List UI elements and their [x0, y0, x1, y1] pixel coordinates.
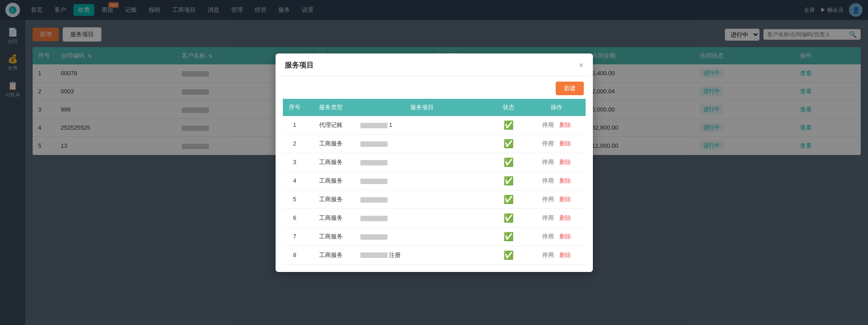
- modal-cell-item: 注册: [355, 246, 490, 264]
- modal-cell-seq: 7: [283, 227, 307, 246]
- status-check-icon: ✅: [504, 251, 514, 260]
- modal-table-row: 7 工商服务 ✅ 停用 删除: [283, 227, 586, 246]
- modal-cell-item: [355, 190, 490, 209]
- modal-cell-action: 停用 删除: [528, 153, 585, 171]
- stop-button[interactable]: 停用: [542, 140, 554, 147]
- delete-button[interactable]: 删除: [559, 233, 571, 240]
- modal-cell-action: 停用 删除: [528, 190, 585, 209]
- modal-cell-type: 工商服务: [307, 153, 355, 171]
- modal-cell-seq: 1: [283, 116, 307, 135]
- modal-table-row: 3 工商服务 ✅ 停用 删除: [283, 153, 586, 171]
- modal-table-row: 6 工商服务 ✅ 停用 删除: [283, 209, 586, 227]
- modal-cell-item: [355, 153, 490, 171]
- modal-col-seq: 序号: [283, 99, 307, 116]
- modal-cell-item: [355, 209, 490, 227]
- modal-new-button[interactable]: 新建: [556, 82, 584, 95]
- modal-cell-seq: 8: [283, 246, 307, 264]
- modal-toolbar: 新建: [276, 76, 593, 99]
- item-blurred: [360, 160, 388, 165]
- item-blurred: [360, 141, 388, 147]
- modal-cell-item: 1: [355, 116, 490, 135]
- modal-cell-seq: 2: [283, 134, 307, 153]
- modal-cell-type: 工商服务: [307, 171, 355, 190]
- modal-cell-action: 停用 删除: [528, 246, 585, 264]
- modal-cell-action: 停用 删除: [528, 227, 585, 246]
- modal-cell-type: 代理记账: [307, 116, 355, 135]
- modal-close-button[interactable]: ×: [579, 61, 584, 70]
- status-check-icon: ✅: [504, 195, 514, 204]
- item-text: 注册: [360, 252, 401, 258]
- modal-col-item: 服务项目: [355, 99, 490, 116]
- modal-cell-status: ✅: [489, 246, 528, 264]
- delete-button[interactable]: 删除: [559, 121, 571, 128]
- modal-cell-seq: 6: [283, 209, 307, 227]
- status-check-icon: ✅: [504, 213, 514, 223]
- modal-cell-type: 工商服务: [307, 246, 355, 264]
- modal-col-status: 状态: [489, 99, 528, 116]
- modal-header: 服务项目 ×: [276, 53, 593, 76]
- stop-button[interactable]: 停用: [542, 196, 554, 203]
- modal-cell-item: [355, 227, 490, 246]
- delete-button[interactable]: 删除: [559, 140, 571, 147]
- delete-button[interactable]: 删除: [559, 214, 571, 221]
- stop-button[interactable]: 停用: [542, 252, 554, 258]
- modal-cell-type: 工商服务: [307, 227, 355, 246]
- modal-col-type: 服务类型: [307, 99, 355, 116]
- modal-table-row: 2 工商服务 ✅ 停用 删除: [283, 134, 586, 153]
- modal-cell-seq: 5: [283, 190, 307, 209]
- delete-button[interactable]: 删除: [559, 177, 571, 184]
- modal-table-row: 8 工商服务 注册 ✅ 停用 删除: [283, 246, 586, 264]
- modal-table-row: 1 代理记账 1 ✅ 停用 删除: [283, 116, 586, 135]
- modal-cell-seq: 3: [283, 153, 307, 171]
- modal-cell-status: ✅: [489, 227, 528, 246]
- modal-cell-type: 工商服务: [307, 209, 355, 227]
- modal-cell-status: ✅: [489, 153, 528, 171]
- stop-button[interactable]: 停用: [542, 177, 554, 184]
- modal-cell-item: [355, 134, 490, 153]
- modal-cell-status: ✅: [489, 190, 528, 209]
- item-blurred: [360, 197, 388, 203]
- delete-button[interactable]: 删除: [559, 159, 571, 165]
- status-check-icon: ✅: [504, 139, 514, 148]
- modal-cell-action: 停用 删除: [528, 171, 585, 190]
- modal-cell-type: 工商服务: [307, 190, 355, 209]
- modal-cell-status: ✅: [489, 134, 528, 153]
- modal-cell-item: [355, 171, 490, 190]
- item-blurred: [360, 179, 388, 184]
- delete-button[interactable]: 删除: [559, 252, 571, 258]
- item-text: 1: [360, 121, 393, 128]
- delete-button[interactable]: 删除: [559, 196, 571, 203]
- service-modal: 服务项目 × 新建 序号 服务类型 服务项目 状态 操作 1 代理记账 1: [276, 53, 593, 272]
- modal-cell-status: ✅: [489, 171, 528, 190]
- status-check-icon: ✅: [504, 121, 514, 130]
- modal-table-wrap: 序号 服务类型 服务项目 状态 操作 1 代理记账 1 ✅ 停用 删除 2 工商…: [276, 99, 593, 272]
- stop-button[interactable]: 停用: [542, 159, 554, 165]
- stop-button[interactable]: 停用: [542, 121, 554, 128]
- modal-table-row: 5 工商服务 ✅ 停用 删除: [283, 190, 586, 209]
- status-check-icon: ✅: [504, 176, 514, 185]
- modal-cell-action: 停用 删除: [528, 134, 585, 153]
- modal-title: 服务项目: [285, 61, 314, 70]
- modal-table-row: 4 工商服务 ✅ 停用 删除: [283, 171, 586, 190]
- status-check-icon: ✅: [504, 158, 514, 167]
- modal-cell-seq: 4: [283, 171, 307, 190]
- modal-cell-action: 停用 删除: [528, 116, 585, 135]
- modal-col-action: 操作: [528, 99, 585, 116]
- modal-cell-action: 停用 删除: [528, 209, 585, 227]
- modal-cell-type: 工商服务: [307, 134, 355, 153]
- item-blurred: [360, 234, 388, 240]
- status-check-icon: ✅: [504, 232, 514, 241]
- item-blurred: [360, 216, 388, 221]
- stop-button[interactable]: 停用: [542, 214, 554, 221]
- stop-button[interactable]: 停用: [542, 233, 554, 240]
- modal-overlay[interactable]: 服务项目 × 新建 序号 服务类型 服务项目 状态 操作 1 代理记账 1: [0, 0, 868, 325]
- modal-cell-status: ✅: [489, 209, 528, 227]
- modal-table: 序号 服务类型 服务项目 状态 操作 1 代理记账 1 ✅ 停用 删除 2 工商…: [283, 99, 586, 265]
- modal-cell-status: ✅: [489, 116, 528, 135]
